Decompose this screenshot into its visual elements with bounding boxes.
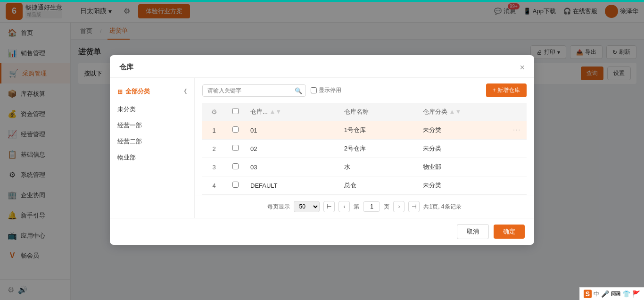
row-checkbox-cell: [226, 121, 245, 140]
pagination: 每页显示 50 20 100 ⊢ ‹ 第 页 › ⊣ 共1页, 4条记录: [195, 195, 534, 218]
row-checkbox[interactable]: [232, 126, 239, 133]
row-checkbox[interactable]: [232, 163, 239, 169]
th-checkbox: [226, 103, 245, 121]
search-icon[interactable]: 🔍: [295, 87, 302, 94]
warehouse-modal: 仓库 × ⊞ 全部分类 《 未分类 经营一部 经营二部 物业部: [110, 55, 534, 245]
select-all-checkbox[interactable]: [232, 108, 239, 114]
collapse-icon[interactable]: 《: [181, 88, 187, 96]
table-panel: 🔍 显示停用 + 新增仓库 ⚙: [195, 78, 534, 218]
modal-header: 仓库 ×: [110, 55, 534, 78]
row-checkbox-cell: [226, 140, 245, 158]
corner-mic-icon: 🎤: [601, 290, 609, 298]
page-number-input[interactable]: [363, 201, 380, 212]
corner-keyboard-icon: ⌨: [611, 290, 620, 298]
th-code: 仓库... ▲▼: [245, 103, 339, 121]
row-category: 未分类 ···: [417, 121, 527, 140]
row-name: 总仓: [339, 176, 417, 195]
confirm-btn[interactable]: 确定: [494, 225, 525, 239]
modal-overlay: 仓库 × ⊞ 全部分类 《 未分类 经营一部 经营二部 物业部: [0, 0, 644, 300]
table-row[interactable]: 4 DEFAULT 总仓 未分类: [202, 176, 527, 195]
page-size-label: 每页显示: [267, 203, 290, 211]
cancel-btn[interactable]: 取消: [457, 224, 489, 239]
corner-flag-icon: 🚩: [632, 290, 640, 298]
corner-shirt-icon: 👕: [622, 290, 630, 298]
row-category: 未分类: [417, 176, 527, 195]
row-checkbox-cell: [226, 176, 245, 195]
row-code: 01: [245, 121, 339, 140]
row-checkbox[interactable]: [232, 182, 239, 188]
table-row[interactable]: 3 03 水 物业部: [202, 158, 527, 176]
show-disabled-checkbox[interactable]: [311, 87, 317, 93]
category-item-0[interactable]: 未分类: [110, 101, 194, 117]
show-disabled-label[interactable]: 显示停用: [311, 86, 341, 94]
page-unit: 页: [384, 203, 389, 211]
table-row[interactable]: 1 01 1号仓库 未分类 ···: [202, 121, 527, 140]
row-name: 水: [339, 158, 417, 176]
corner-text: 中: [594, 290, 599, 298]
page-label: 第: [354, 203, 359, 211]
row-actions[interactable]: ···: [513, 126, 521, 133]
th-name: 仓库名称: [339, 103, 417, 121]
page-prev-btn[interactable]: ‹: [339, 201, 350, 212]
row-code: 02: [245, 140, 339, 158]
row-code: DEFAULT: [245, 176, 339, 195]
th-category: 仓库分类 ▲▼: [417, 103, 527, 121]
table-header: ⚙ 仓库... ▲▼ 仓库名称 仓库分类 ▲▼: [202, 103, 527, 121]
page-first-btn[interactable]: ⊢: [323, 201, 335, 212]
grid-icon: ⊞: [117, 88, 123, 95]
corner-s-icon: S: [584, 290, 592, 298]
page-size-select[interactable]: 50 20 100: [294, 201, 320, 212]
modal-body: ⊞ 全部分类 《 未分类 经营一部 经营二部 物业部 🔍: [110, 78, 534, 218]
category-panel: ⊞ 全部分类 《 未分类 经营一部 经营二部 物业部: [110, 78, 195, 218]
row-name: 1号仓库: [339, 121, 417, 140]
row-checkbox-cell: [226, 158, 245, 176]
page-next-btn[interactable]: ›: [393, 201, 405, 212]
modal-footer: 取消 确定: [110, 218, 534, 245]
search-wrap: 🔍: [202, 84, 306, 97]
modal-title: 仓库: [119, 63, 133, 72]
row-checkbox[interactable]: [232, 145, 239, 151]
row-num: 4: [202, 176, 226, 195]
row-category: 物业部: [417, 158, 527, 176]
row-num: 1: [202, 121, 226, 140]
modal-close-btn[interactable]: ×: [520, 63, 525, 72]
total-info: 共1页, 4条记录: [423, 203, 461, 211]
table-row[interactable]: 2 02 2号仓库 未分类: [202, 140, 527, 158]
row-num: 3: [202, 158, 226, 176]
table-wrap: ⚙ 仓库... ▲▼ 仓库名称 仓库分类 ▲▼: [195, 103, 534, 195]
add-warehouse-btn[interactable]: + 新增仓库: [486, 83, 527, 97]
category-all-header[interactable]: ⊞ 全部分类 《: [110, 83, 194, 101]
search-input[interactable]: [202, 84, 306, 97]
page-last-btn[interactable]: ⊣: [408, 201, 420, 212]
row-name: 2号仓库: [339, 140, 417, 158]
table-toolbar: 🔍 显示停用 + 新增仓库: [195, 78, 534, 103]
row-category: 未分类: [417, 140, 527, 158]
warehouse-table: ⚙ 仓库... ▲▼ 仓库名称 仓库分类 ▲▼: [202, 103, 527, 195]
category-item-3[interactable]: 物业部: [110, 150, 194, 166]
row-code: 03: [245, 158, 339, 176]
row-num: 2: [202, 140, 226, 158]
category-item-2[interactable]: 经营二部: [110, 133, 194, 150]
th-gear: ⚙: [202, 103, 226, 121]
table-body: 1 01 1号仓库 未分类 ··· 2: [202, 121, 527, 195]
category-item-1[interactable]: 经营一部: [110, 117, 194, 133]
corner-logo: S 中 🎤 ⌨ 👕 🚩: [579, 287, 644, 300]
